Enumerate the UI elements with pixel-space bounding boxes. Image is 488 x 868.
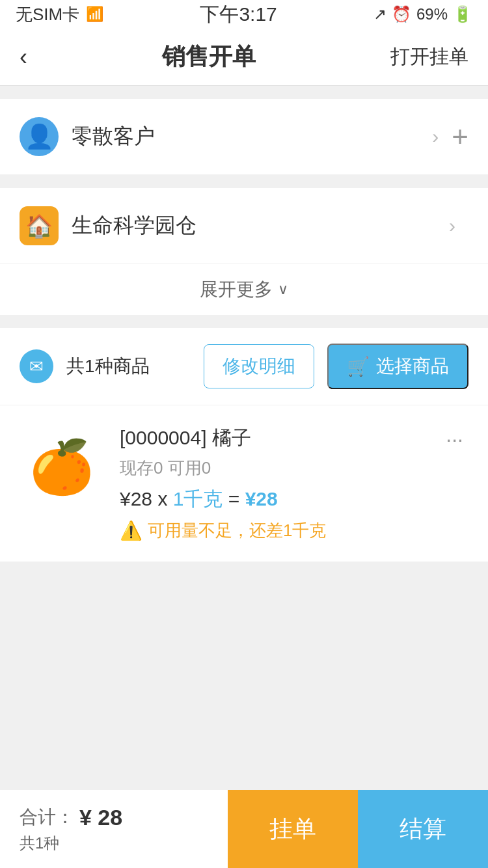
page-title: 销售开单 (162, 41, 256, 73)
select-product-button[interactable]: 🛒 选择商品 (327, 344, 468, 389)
status-bar: 无SIM卡 📶 下午3:17 ↗ ⏰ 69% 🔋 (0, 0, 488, 29)
carrier-text: 无SIM卡 (16, 3, 79, 26)
product-emoji: 🍊 (29, 437, 94, 498)
select-product-label: 选择商品 (376, 354, 449, 379)
footer: 合计： ¥ 28 共1种 挂单 结算 (0, 790, 488, 868)
section-gap-1 (0, 86, 488, 99)
pending-label: 挂单 (269, 813, 316, 845)
customer-name: 零散客户 (72, 122, 432, 151)
section-gap-3 (0, 315, 488, 328)
avatar-icon: 👤 (25, 123, 54, 150)
customer-row[interactable]: 👤 零散客户 › + (0, 99, 488, 175)
nav-bar: ‹ 销售开单 打开挂单 (0, 29, 488, 86)
alarm-icon: ⏰ (392, 5, 411, 23)
product-title: [0000004] 橘子 (120, 425, 425, 452)
product-image: 🍊 (20, 425, 104, 509)
footer-total: 合计： ¥ 28 共1种 (0, 790, 228, 868)
product-total: ¥28 (245, 488, 278, 509)
cross-sign: x (157, 488, 172, 509)
status-left: 无SIM卡 📶 (16, 3, 103, 26)
envelope-icon: ✉ (29, 357, 44, 377)
expand-label: 展开更多 (200, 277, 273, 302)
back-button[interactable]: ‹ (20, 44, 27, 71)
chevron-right-icon: › (432, 126, 439, 148)
total-label: 合计： (20, 805, 74, 830)
open-pending-button[interactable]: 打开挂单 (390, 44, 468, 70)
pending-button[interactable]: 挂单 (228, 790, 358, 868)
checkout-button[interactable]: 结算 (358, 790, 488, 868)
warning-text: 可用量不足，还差1千克 (148, 519, 326, 542)
warning-row: ⚠️ 可用量不足，还差1千克 (120, 519, 425, 542)
warehouse-icon-wrap: 🏠 (20, 206, 59, 245)
cart-icon: 🛒 (347, 356, 370, 377)
warehouse-name: 生命科学园仓 (72, 211, 449, 240)
product-quantity: 1千克 (173, 488, 223, 509)
warehouse-row[interactable]: 🏠 生命科学园仓 › (0, 188, 488, 264)
status-time: 下午3:17 (200, 1, 277, 28)
product-count-text: 共1种商品 (66, 354, 191, 379)
product-name: 橘子 (212, 427, 251, 448)
product-code: [0000004] (120, 427, 206, 448)
section-gap-2 (0, 175, 488, 188)
total-sub-label: 共1种 (20, 833, 208, 854)
status-right: ↗ ⏰ 69% 🔋 (373, 5, 472, 23)
expand-arrow-icon: ∨ (278, 281, 288, 298)
product-item: 🍊 [0000004] 橘子 现存0 可用0 ¥28 x 1千克 = ¥28 ⚠… (0, 405, 488, 562)
customer-avatar: 👤 (20, 117, 59, 156)
price-unit: ¥28 (120, 488, 152, 509)
product-more-button[interactable]: ··· (441, 425, 468, 454)
wifi-icon: 📶 (86, 6, 103, 23)
warehouse-chevron-icon: › (449, 215, 455, 237)
equals-sign: = (228, 488, 245, 509)
product-count-icon: ✉ (20, 349, 53, 383)
product-details: [0000004] 橘子 现存0 可用0 ¥28 x 1千克 = ¥28 ⚠️ … (120, 425, 425, 542)
modify-detail-button[interactable]: 修改明细 (204, 344, 314, 388)
battery-icon: 🔋 (453, 5, 472, 23)
total-main: 合计： ¥ 28 (20, 805, 208, 830)
location-icon: ↗ (373, 5, 386, 23)
add-customer-button[interactable]: + (452, 122, 468, 151)
battery-text: 69% (416, 5, 448, 23)
total-amount: ¥ 28 (79, 805, 122, 830)
warning-icon: ⚠️ (120, 520, 142, 541)
product-section-header: ✉ 共1种商品 修改明细 🛒 选择商品 (0, 328, 488, 405)
warehouse-icon: 🏠 (25, 213, 53, 239)
product-price: ¥28 x 1千克 = ¥28 (120, 486, 425, 513)
expand-more-row[interactable]: 展开更多 ∨ (0, 264, 488, 315)
product-stock: 现存0 可用0 (120, 457, 425, 480)
checkout-label: 结算 (400, 813, 446, 845)
